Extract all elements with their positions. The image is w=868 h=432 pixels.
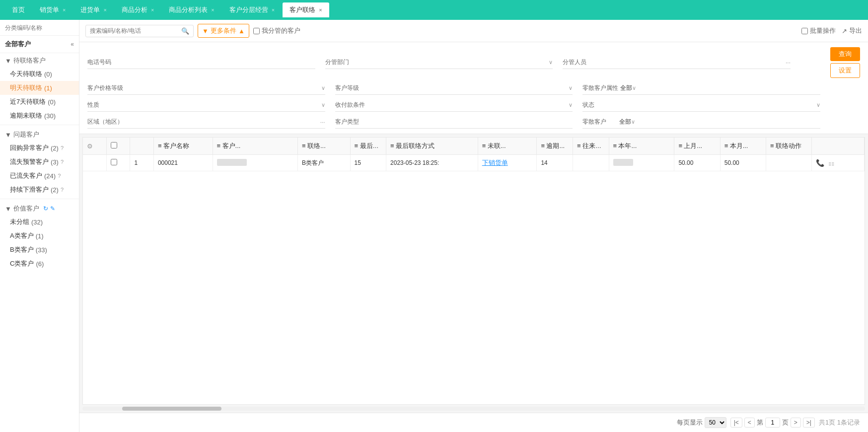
filter-dept-input[interactable] [360,59,549,66]
cell-check[interactable] [106,155,130,171]
per-page-select[interactable]: 50 [705,417,726,428]
sidebar-item-churned[interactable]: 已流失客户 (24) ? [0,169,79,183]
close-icon[interactable]: × [319,7,322,13]
chevron-down-icon[interactable]: ∨ [321,102,325,108]
sidebar-item-overdue-contact[interactable]: 逾期未联络 (30) [0,109,79,123]
refresh-icon[interactable]: ↻ [43,205,48,212]
scrollbar-thumb[interactable] [122,407,221,411]
qr-icon[interactable]: ⚏ [828,159,835,167]
col-last-way-header[interactable]: ≡ 未联... [478,138,537,155]
first-page-btn[interactable]: |< [730,418,742,428]
my-customers-checkbox[interactable]: 我分管的客户 [253,26,300,35]
chevron-down-icon[interactable]: ∨ [631,119,635,125]
nav-customer-segmentation[interactable]: 客户分层经营 × [222,2,282,17]
sidebar-search-input[interactable] [5,24,79,31]
sidebar-group-value-customers[interactable]: ▼ 价值客户 ↻ ✎ [0,201,79,215]
nav-sales-order[interactable]: 销货单 × [33,2,72,17]
sidebar-item-ungrouped[interactable]: 未分组 (32) [0,215,79,229]
filter-customer-type-input[interactable] [370,119,573,126]
col-code-header[interactable]: ≡ 客户名称 [153,138,213,155]
chevron-down-icon[interactable]: ∨ [569,102,573,108]
filter-status[interactable]: 状态 ∨ [582,99,820,112]
filter-dept[interactable]: 分管部门 ∨ [325,56,553,69]
col-gear[interactable]: ⚙ [83,138,106,155]
help-icon[interactable]: ? [61,159,64,165]
sidebar-item-b-class[interactable]: B类客户 (33) [0,243,79,257]
col-last-month-header[interactable]: ≡ 本月... [720,138,766,155]
chevron-down-icon[interactable]: ∨ [816,102,820,108]
sidebar-item-a-class[interactable]: A类客户 (1) [0,229,79,243]
bulk-operation-btn[interactable]: 批量操作 [801,26,836,35]
close-icon[interactable]: × [211,7,214,13]
chevron-down-icon[interactable]: ∨ [321,85,325,91]
col-last-date-header[interactable]: ≡ 最后联络方式 [386,138,478,155]
my-customers-check-input[interactable] [253,28,260,34]
more-icon[interactable]: ··· [320,119,325,126]
col-type-header[interactable]: ≡ 联络... [298,138,351,155]
chevron-down-icon[interactable]: ∨ [569,85,573,91]
gear-icon[interactable]: ⚙ [87,143,93,150]
sidebar-search-box[interactable]: 🔍 [0,20,79,36]
filter-payment-terms[interactable]: 收付款条件 ∨ [335,99,573,112]
filter-region-input[interactable] [123,119,320,126]
filter-price-level[interactable]: 客户价格等级 ∨ [87,82,325,95]
sidebar-item-today-contact[interactable]: 今天待联络 (0) [0,67,79,81]
col-check-all[interactable] [106,138,130,155]
nav-purchase-order[interactable]: 进货单 × [73,2,113,17]
query-button[interactable]: 查询 [830,47,860,61]
horizontal-scrollbar[interactable] [82,407,865,411]
filter-phone-input[interactable] [122,59,315,66]
prev-page-btn[interactable]: < [744,418,755,428]
call-icon[interactable]: 📞 [816,159,824,167]
close-icon[interactable]: × [272,7,275,13]
nav-product-analysis-list[interactable]: 商品分析列表 × [162,2,221,17]
sidebar-item-tomorrow-contact[interactable]: 明天待联络 (1) [0,81,79,95]
edit-icon[interactable]: ✎ [50,205,55,212]
filter-phone[interactable]: 电话号码 [87,56,315,69]
filter-nature-input[interactable] [122,102,321,109]
check-all-input[interactable] [111,142,117,148]
filter-customer-level-input[interactable] [370,85,569,92]
col-this-month-header[interactable]: ≡ 联络动作 [766,138,812,155]
col-contact-count-header[interactable]: ≡ 最后联络日期 [350,138,386,155]
last-page-btn[interactable]: >| [803,418,815,428]
search-input[interactable] [90,27,179,34]
nav-product-analysis[interactable]: 商品分析 × [115,2,161,17]
search-box[interactable]: 🔍 [85,25,194,37]
sidebar-item-c-class[interactable]: C类客户 (6) [0,257,79,271]
sidebar-group-problem-customers[interactable]: ▼ 问题客户 [0,127,79,141]
per-page-selector[interactable]: 每页显示 50 [677,417,726,428]
more-icon[interactable]: ··· [786,59,791,66]
col-unlinked-header[interactable]: ≡ 逾期... [537,138,573,155]
col-year-header[interactable]: ≡ 上月... [674,138,720,155]
col-overdue-header[interactable]: ≡ 往来单位联系人 [573,138,609,155]
sidebar-item-abnormal-repurchase[interactable]: 回购异常客户 (2) ? [0,141,79,155]
filter-manager[interactable]: 分管人员 ··· [563,56,791,69]
col-unit-contact-header[interactable]: ≡ 本年... [609,138,674,155]
filter-customer-type[interactable]: 客户类型 [335,116,573,129]
sidebar-item-churn-warning[interactable]: 流失预警客户 (3) ? [0,155,79,169]
col-name-header[interactable]: ≡ 客户... [213,138,297,155]
close-icon[interactable]: × [151,7,154,13]
filter-more-btn[interactable]: ▼ 更多条件 ▲ [198,24,249,38]
filter-retail-customer[interactable]: 零散客户 全部 ∨ [582,116,820,129]
filter-region[interactable]: 区域（地区） ··· [87,116,325,129]
sidebar-item-7days-contact[interactable]: 近7天待联络 (0) [0,95,79,109]
filter-payment-input[interactable] [370,102,569,109]
filter-price-level-input[interactable] [123,85,321,92]
close-icon[interactable]: × [103,7,106,13]
close-icon[interactable]: × [63,7,66,13]
sidebar-item-declining[interactable]: 持续下滑客户 (2) ? [0,183,79,197]
nav-customer-contact[interactable]: 客户联络 × [283,2,329,17]
search-icon[interactable]: 🔍 [181,27,189,35]
page-input[interactable] [765,418,780,428]
filter-status-input[interactable] [617,102,816,109]
cell-last-way[interactable]: 下销货单 [478,155,537,171]
help-icon[interactable]: ? [58,173,61,179]
bulk-check-input[interactable] [801,28,808,34]
filter-nature[interactable]: 性质 ∨ [87,99,325,112]
sidebar-item-all-customers[interactable]: 全部客户 « [0,36,79,53]
export-btn[interactable]: ↗ 导出 [842,26,862,35]
sidebar-group-pending-contact[interactable]: ▼ 待联络客户 [0,53,79,67]
filter-customer-level[interactable]: 客户等级 ∨ [335,82,573,95]
